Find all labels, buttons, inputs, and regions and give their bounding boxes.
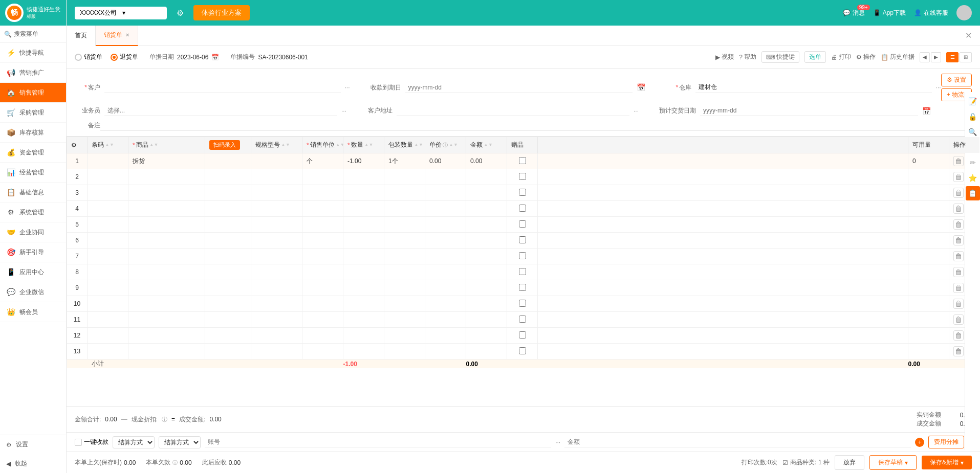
cell-unit-12[interactable] xyxy=(302,344,343,359)
delete-btn-6[interactable]: 🗑 xyxy=(953,251,964,261)
cell-goods-1[interactable] xyxy=(128,169,205,185)
side-icon-6[interactable]: ⭐ xyxy=(966,171,980,185)
cell-spec-6[interactable] xyxy=(251,249,302,264)
gift-checkbox-5[interactable] xyxy=(519,236,526,243)
calendar-icon[interactable]: 📅 xyxy=(211,54,219,61)
gift-checkbox-4[interactable] xyxy=(519,220,526,228)
cell-goods-0[interactable]: 拆货 xyxy=(128,153,205,169)
message-button[interactable]: 💬 消息 99+ xyxy=(843,9,865,17)
cell-barcode-2[interactable] xyxy=(88,185,128,201)
save-draft-button[interactable]: 保存草稿 ▾ xyxy=(869,455,917,470)
cell-gift-5[interactable] xyxy=(507,233,538,249)
discard-button[interactable]: 放弃 xyxy=(835,455,864,470)
cell-qty-8[interactable] xyxy=(343,280,384,296)
customer-addr-input[interactable] xyxy=(397,105,629,116)
cell-price-6[interactable] xyxy=(425,249,466,264)
cell-amount-4[interactable] xyxy=(466,217,507,233)
cell-goods-4[interactable] xyxy=(128,217,205,233)
cell-amount-1[interactable] xyxy=(466,169,507,185)
cell-goods-5[interactable] xyxy=(128,233,205,249)
sidebar-bottom-collapse[interactable]: ◀ 收起 xyxy=(0,454,66,473)
sort-pack[interactable]: ▲▼ xyxy=(414,143,423,147)
amount-input[interactable] xyxy=(564,437,911,447)
cell-barcode-12[interactable] xyxy=(88,344,128,359)
gift-checkbox-9[interactable] xyxy=(519,300,526,307)
nav-next[interactable]: ▶ xyxy=(931,52,941,62)
cell-price-12[interactable] xyxy=(425,344,466,359)
cell-gift-0[interactable] xyxy=(507,153,538,169)
due-date-calendar-icon[interactable]: 📅 xyxy=(637,83,645,92)
settlement-select[interactable]: 结算方式 xyxy=(113,436,155,448)
cell-price-3[interactable] xyxy=(425,201,466,217)
cell-price-7[interactable] xyxy=(425,264,466,280)
cell-spec-4[interactable] xyxy=(251,217,302,233)
cell-qty-12[interactable] xyxy=(343,344,384,359)
cell-spec-10[interactable] xyxy=(251,312,302,328)
cell-spec-0[interactable] xyxy=(251,153,302,169)
cell-pack-2[interactable] xyxy=(384,185,425,201)
cell-pack-5[interactable] xyxy=(384,233,425,249)
cell-price-8[interactable] xyxy=(425,280,466,296)
warehouse-dots[interactable]: ··· xyxy=(936,84,941,91)
nav-prev[interactable]: ◀ xyxy=(920,52,930,62)
due-date-input[interactable] xyxy=(405,82,633,93)
cell-pack-12[interactable] xyxy=(384,344,425,359)
cell-spec-9[interactable] xyxy=(251,296,302,312)
cell-unit-7[interactable] xyxy=(302,264,343,280)
delete-btn-2[interactable]: 🗑 xyxy=(953,188,964,198)
remark-input[interactable] xyxy=(100,120,972,131)
cell-unit-4[interactable] xyxy=(302,217,343,233)
cell-price-4[interactable] xyxy=(425,217,466,233)
cell-goods-12[interactable] xyxy=(128,344,205,359)
cell-barcode-0[interactable] xyxy=(88,153,128,169)
side-icon-5[interactable]: ✏ xyxy=(966,155,980,170)
side-icon-2[interactable]: 🔒 xyxy=(966,109,980,124)
cell-barcode-8[interactable] xyxy=(88,280,128,296)
cell-amount-2[interactable] xyxy=(466,185,507,201)
cell-gift-6[interactable] xyxy=(507,249,538,264)
gift-checkbox-1[interactable] xyxy=(519,173,526,180)
scan-button[interactable]: 扫码录入 xyxy=(209,140,240,150)
cell-price-11[interactable] xyxy=(425,328,466,344)
cell-goods-11[interactable] xyxy=(128,328,205,344)
cell-pack-4[interactable] xyxy=(384,217,425,233)
gift-checkbox-6[interactable] xyxy=(519,252,526,259)
side-icon-1[interactable]: 📝 xyxy=(966,94,980,108)
cell-barcode-5[interactable] xyxy=(88,233,128,249)
cell-pack-10[interactable] xyxy=(384,312,425,328)
cell-unit-1[interactable] xyxy=(302,169,343,185)
gift-checkbox-7[interactable] xyxy=(519,268,526,275)
gift-checkbox-0[interactable] xyxy=(519,157,526,164)
cell-amount-8[interactable] xyxy=(466,280,507,296)
cell-pack-9[interactable] xyxy=(384,296,425,312)
cell-pack-6[interactable] xyxy=(384,249,425,264)
th-settings[interactable]: ⚙ xyxy=(67,137,88,153)
cell-barcode-4[interactable] xyxy=(88,217,128,233)
cell-gift-2[interactable] xyxy=(507,185,538,201)
delete-btn-11[interactable]: 🗑 xyxy=(953,330,964,341)
cell-amount-11[interactable] xyxy=(466,328,507,344)
delete-btn-3[interactable]: 🗑 xyxy=(953,204,964,214)
cell-qty-0[interactable]: -1.00 xyxy=(343,153,384,169)
cell-qty-2[interactable] xyxy=(343,185,384,201)
sidebar-item-sales[interactable]: 🏠 销售管理 xyxy=(0,83,66,103)
cell-gift-9[interactable] xyxy=(507,296,538,312)
sidebar-bottom-settings[interactable]: ⚙ 设置 xyxy=(0,435,66,454)
salesperson-dots[interactable]: ··· xyxy=(341,107,346,115)
gift-checkbox-11[interactable] xyxy=(519,331,526,339)
gift-checkbox-8[interactable] xyxy=(519,284,526,291)
sort-goods[interactable]: ▲▼ xyxy=(149,143,159,147)
cell-gift-4[interactable] xyxy=(507,217,538,233)
online-service-button[interactable]: 👤 在线客服 xyxy=(914,9,948,17)
cell-spec-5[interactable] xyxy=(251,233,302,249)
view-list[interactable]: ☰ xyxy=(946,52,959,62)
cell-qty-11[interactable] xyxy=(343,328,384,344)
cell-unit-6[interactable] xyxy=(302,249,343,264)
gift-checkbox-12[interactable] xyxy=(519,347,526,354)
one-click-checkbox[interactable]: 一键收款 xyxy=(75,438,108,446)
delete-btn-1[interactable]: 🗑 xyxy=(953,172,964,182)
cell-unit-5[interactable] xyxy=(302,233,343,249)
expected-date-calendar-icon[interactable]: 📅 xyxy=(922,107,931,115)
cell-unit-0[interactable]: 个 xyxy=(302,153,343,169)
company-selector[interactable]: XXXXXX公司 ▾ xyxy=(75,7,167,19)
